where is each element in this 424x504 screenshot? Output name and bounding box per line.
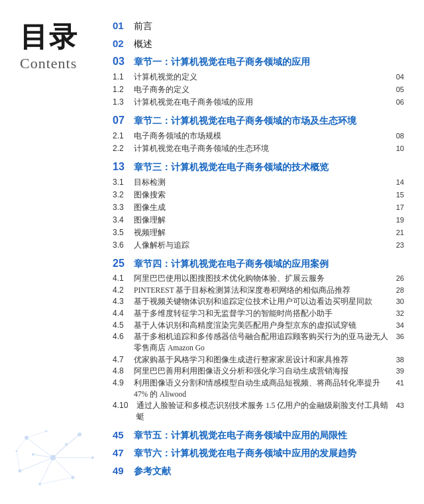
section-3-4: 3.4 图像理解 19 <box>113 214 404 226</box>
title-english: Contents <box>20 55 89 72</box>
section-3-3: 3.3 图像生成 17 <box>113 201 404 213</box>
section-2-2: 2.2 计算机视觉在电子商务领域的生态环境 10 <box>113 142 404 154</box>
toc-chapter-25: 25 章节四：计算机视觉在电子商务领域的应用案例 4.1 阿里巴巴使用以图搜图技… <box>113 258 404 423</box>
section-3-5: 3.5 视频理解 21 <box>113 227 404 238</box>
section-4-9: 4.9 利用图像语义分割和情感模型自动生成商品短视频、将商品转化率提升 47% … <box>113 378 404 399</box>
section-4-7: 4.7 优家购基于风格学习和图像生成进行整家家居设计和家具推荐 38 <box>113 354 404 366</box>
chapter-row-03: 03 章节一：计算机视觉在电子商务领域的应用 <box>113 56 404 68</box>
toc-item-49: 49 参考文献 <box>113 465 404 478</box>
chapter-title-47: 章节六：计算机视觉在电子商务领域中应用的发展趋势 <box>134 448 404 460</box>
chapter-title-07: 章节二：计算机视觉在电子商务领域的市场及生态环境 <box>134 115 404 127</box>
chapter-number-02: 02 <box>113 38 134 49</box>
title-chinese: 目录 <box>20 23 89 51</box>
chapter-title-49: 参考文献 <box>134 466 404 478</box>
section-4-6: 4.6 基于多相机追踪和多传感器信号融合配用追踪顾客购买行为的亚马逊无人零售商店… <box>113 331 404 353</box>
chapter-13-sections: 3.1 目标检测 14 3.2 图像搜索 15 3.3 图像生成 17 3.4 … <box>113 176 404 251</box>
chapter-row-07: 07 章节二：计算机视觉在电子商务领域的市场及生态环境 <box>113 115 404 127</box>
chapter-row-25: 25 章节四：计算机视觉在电子商务领域的应用案例 <box>113 258 404 270</box>
section-4-4: 4.4 基于多维度转征学习和无监督学习的智能时尚搭配小助手 32 <box>113 308 404 319</box>
chapter-number-13: 13 <box>113 161 134 173</box>
chapter-number-07: 07 <box>113 115 134 126</box>
svg-line-11 <box>26 438 53 458</box>
section-1-2: 1.2 电子商务的定义 05 <box>113 83 404 95</box>
chapter-number-25: 25 <box>113 258 134 270</box>
chapter-number-47: 47 <box>113 447 134 458</box>
chapter-title-02: 概述 <box>134 38 404 50</box>
section-3-2: 3.2 图像搜索 15 <box>113 189 404 201</box>
section-1-3: 1.3 计算机视觉在电子商务领域的应用 06 <box>113 96 404 108</box>
svg-line-19 <box>26 431 46 438</box>
chapter-title-03: 章节一：计算机视觉在电子商务领域的应用 <box>134 56 404 68</box>
svg-line-15 <box>40 458 53 484</box>
chapter-25-sections: 4.1 阿里巴巴使用以图搜图技术优化购物体验、扩展云服务 26 4.2 PINT… <box>113 273 404 423</box>
chapter-07-sections: 2.1 电子商务领域的市场规模 08 2.2 计算机视觉在电子商务领域的生态环境… <box>113 130 404 154</box>
svg-line-21 <box>66 434 80 444</box>
section-4-2: 4.2 PINTEREST 基于目标检测算法和深度卷积网络的相似商品推荐 28 <box>113 285 404 296</box>
section-4-10: 4.10 通过人脸验证和多模态识别技术服务 1.5 亿用户的金融级刷脸支付工具蜻… <box>113 400 404 422</box>
section-3-1: 3.1 目标检测 14 <box>113 176 404 188</box>
svg-line-23 <box>40 478 73 484</box>
toc-item-45: 45 章节五：计算机视觉在电子商务领域中应用的局限性 <box>113 429 404 442</box>
toc-main: 01 前言 02 概述 03 章节一：计算机视觉在电子商务领域的应用 1.1 计… <box>103 0 424 504</box>
sidebar: 目录 Contents <box>0 0 103 504</box>
svg-line-17 <box>33 454 53 458</box>
section-1-1: 1.1 计算机视觉的定义 04 <box>113 71 404 83</box>
chapter-number-01: 01 <box>113 20 134 31</box>
toc-item-02: 02 概述 <box>113 38 404 50</box>
page: 目录 Contents <box>0 0 424 504</box>
section-3-6: 3.6 人像解析与追踪 23 <box>113 239 404 251</box>
chapter-title-25: 章节四：计算机视觉在电子商务领域的应用案例 <box>134 258 404 270</box>
svg-line-13 <box>20 458 53 471</box>
chapter-title-45: 章节五：计算机视觉在电子商务领域中应用的局限性 <box>134 430 404 442</box>
section-4-3: 4.3 基于视频关键物体识别和追踪定位技术让用户可以边看边买明星同款 30 <box>113 296 404 307</box>
svg-line-18 <box>53 444 66 458</box>
decorative-network-graph <box>7 418 99 497</box>
chapter-row-13: 13 章节三：计算机视觉在电子商务领域的技术概览 <box>113 161 404 174</box>
toc-chapter-07: 07 章节二：计算机视觉在电子商务领域的市场及生态环境 2.1 电子商务领域的市… <box>113 115 404 154</box>
toc-chapter-13: 13 章节三：计算机视觉在电子商务领域的技术概览 3.1 目标检测 14 3.2… <box>113 161 404 251</box>
section-2-1: 2.1 电子商务领域的市场规模 08 <box>113 130 404 142</box>
chapter-number-03: 03 <box>113 56 134 68</box>
chapter-title-13: 章节三：计算机视觉在电子商务领域的技术概览 <box>134 162 404 174</box>
svg-line-22 <box>17 451 20 471</box>
section-4-1: 4.1 阿里巴巴使用以图搜图技术优化购物体验、扩展云服务 26 <box>113 273 404 284</box>
svg-line-14 <box>53 458 73 478</box>
chapter-title-01: 前言 <box>134 21 404 32</box>
chapter-number-49: 49 <box>113 465 134 476</box>
section-4-8: 4.8 阿里巴巴善用利用图像语义分析和强化学习自动生成营销海报 39 <box>113 366 404 377</box>
svg-line-12 <box>53 434 80 458</box>
chapter-number-45: 45 <box>113 429 134 440</box>
section-4-5: 4.5 基于人体识别和高精度渲染完美匹配用户身型京东的虚拟试穿镜 34 <box>113 320 404 331</box>
toc-chapter-03: 03 章节一：计算机视觉在电子商务领域的应用 1.1 计算机视觉的定义 04 1… <box>113 56 404 108</box>
toc-item-01: 01 前言 <box>113 20 404 32</box>
chapter-03-sections: 1.1 计算机视觉的定义 04 1.2 电子商务的定义 05 1.3 计算机视觉… <box>113 71 404 108</box>
toc-item-47: 47 章节六：计算机视觉在电子商务领域中应用的发展趋势 <box>113 447 404 460</box>
svg-line-20 <box>17 438 26 451</box>
